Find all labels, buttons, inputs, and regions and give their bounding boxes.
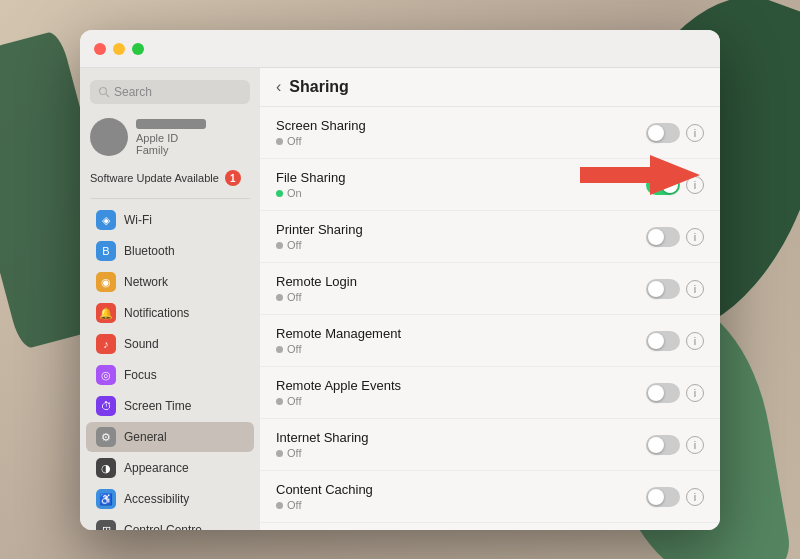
toggle-remote-management[interactable] — [646, 331, 680, 351]
sidebar: Search Apple ID Family Software Update A… — [80, 68, 260, 530]
general-icon: ⚙ — [96, 427, 116, 447]
software-update[interactable]: Software Update Available 1 — [80, 166, 260, 190]
sidebar-item-accessibility[interactable]: ♿Accessibility — [86, 484, 254, 514]
sidebar-item-appearance-label: Appearance — [124, 461, 189, 475]
sharing-row-title-remote-apple-events: Remote Apple Events — [276, 378, 646, 393]
sharing-row-info-remote-management: Remote ManagementOff — [276, 326, 646, 355]
bluetooth-icon: B — [96, 241, 116, 261]
sidebar-item-sound-label: Sound — [124, 337, 159, 351]
sharing-row-printer-sharing: Printer SharingOffi — [260, 211, 720, 263]
sharing-row-title-remote-management: Remote Management — [276, 326, 646, 341]
status-dot-remote-apple-events — [276, 398, 283, 405]
sidebar-item-wifi[interactable]: ◈Wi-Fi — [86, 205, 254, 235]
sharing-row-controls-content-caching: i — [646, 487, 704, 507]
sidebar-item-accessibility-label: Accessibility — [124, 492, 189, 506]
toggle-printer-sharing[interactable] — [646, 227, 680, 247]
toggle-knob-printer-sharing — [648, 229, 664, 245]
status-dot-file-sharing — [276, 190, 283, 197]
toggle-screen-sharing[interactable] — [646, 123, 680, 143]
sidebar-item-screentime[interactable]: ⏱Screen Time — [86, 391, 254, 421]
toggle-internet-sharing[interactable] — [646, 435, 680, 455]
maximize-button[interactable] — [132, 43, 144, 55]
sharing-row-status-internet-sharing: Off — [276, 447, 646, 459]
accessibility-icon: ♿ — [96, 489, 116, 509]
user-name-hidden — [136, 119, 206, 129]
sidebar-item-bluetooth[interactable]: BBluetooth — [86, 236, 254, 266]
status-dot-internet-sharing — [276, 450, 283, 457]
sidebar-item-sound[interactable]: ♪Sound — [86, 329, 254, 359]
sharing-row-remote-management: Remote ManagementOffi — [260, 315, 720, 367]
sidebar-item-general[interactable]: ⚙General — [86, 422, 254, 452]
sidebar-item-network[interactable]: ◉Network — [86, 267, 254, 297]
sharing-row-title-printer-sharing: Printer Sharing — [276, 222, 646, 237]
notifications-icon: 🔔 — [96, 303, 116, 323]
info-btn-internet-sharing[interactable]: i — [686, 436, 704, 454]
sharing-row-remote-login: Remote LoginOffi — [260, 263, 720, 315]
status-dot-remote-management — [276, 346, 283, 353]
sharing-row-screen-sharing: Screen SharingOffi — [260, 107, 720, 159]
sidebar-item-appearance[interactable]: ◑Appearance — [86, 453, 254, 483]
toggle-knob-remote-management — [648, 333, 664, 349]
info-btn-remote-apple-events[interactable]: i — [686, 384, 704, 402]
sharing-row-status-remote-login: Off — [276, 291, 646, 303]
sidebar-item-controlcentre[interactable]: ⊞Control Centre — [86, 515, 254, 530]
svg-marker-0 — [580, 155, 700, 195]
info-btn-content-caching[interactable]: i — [686, 488, 704, 506]
main-panel: ‹ Sharing Screen SharingOffiFile Sharing… — [260, 68, 720, 530]
sound-icon: ♪ — [96, 334, 116, 354]
sidebar-item-wifi-label: Wi-Fi — [124, 213, 152, 227]
sharing-row-info-internet-sharing: Internet SharingOff — [276, 430, 646, 459]
info-btn-screen-sharing[interactable]: i — [686, 124, 704, 142]
software-update-text: Software Update Available — [90, 172, 219, 184]
titlebar — [80, 30, 720, 68]
search-bar[interactable]: Search — [90, 80, 250, 104]
svg-point-1 — [100, 88, 107, 95]
sidebar-item-focus[interactable]: ◎Focus — [86, 360, 254, 390]
sharing-row-info-printer-sharing: Printer SharingOff — [276, 222, 646, 251]
toggle-knob-remote-apple-events — [648, 385, 664, 401]
sidebar-item-focus-label: Focus — [124, 368, 157, 382]
toggle-knob-internet-sharing — [648, 437, 664, 453]
family-label: Family — [136, 144, 206, 156]
sidebar-item-screentime-label: Screen Time — [124, 399, 191, 413]
status-text-screen-sharing: Off — [287, 135, 301, 147]
window-content: Search Apple ID Family Software Update A… — [80, 68, 720, 530]
toggle-remote-apple-events[interactable] — [646, 383, 680, 403]
toggle-content-caching[interactable] — [646, 487, 680, 507]
status-text-internet-sharing: Off — [287, 447, 301, 459]
user-section[interactable]: Apple ID Family — [80, 112, 260, 162]
sidebar-item-notifications-label: Notifications — [124, 306, 189, 320]
wifi-icon: ◈ — [96, 210, 116, 230]
info-btn-remote-login[interactable]: i — [686, 280, 704, 298]
back-button[interactable]: ‹ — [276, 78, 281, 96]
sharing-row-controls-remote-management: i — [646, 331, 704, 351]
toggle-knob-content-caching — [648, 489, 664, 505]
sharing-row-content-caching: Content CachingOffi — [260, 471, 720, 523]
apple-id-label: Apple ID — [136, 132, 206, 144]
search-placeholder: Search — [114, 85, 152, 99]
toggle-remote-login[interactable] — [646, 279, 680, 299]
panel-header: ‹ Sharing — [260, 68, 720, 107]
close-button[interactable] — [94, 43, 106, 55]
focus-icon: ◎ — [96, 365, 116, 385]
sidebar-divider-1 — [90, 198, 250, 199]
screentime-icon: ⏱ — [96, 396, 116, 416]
sidebar-item-general-label: General — [124, 430, 167, 444]
sharing-row-title-remote-login: Remote Login — [276, 274, 646, 289]
info-btn-printer-sharing[interactable]: i — [686, 228, 704, 246]
status-dot-screen-sharing — [276, 138, 283, 145]
sidebar-item-controlcentre-label: Control Centre — [124, 523, 202, 530]
sharing-row-controls-remote-login: i — [646, 279, 704, 299]
sharing-row-controls-screen-sharing: i — [646, 123, 704, 143]
sharing-row-info-remote-apple-events: Remote Apple EventsOff — [276, 378, 646, 407]
info-btn-remote-management[interactable]: i — [686, 332, 704, 350]
status-text-remote-apple-events: Off — [287, 395, 301, 407]
sharing-row-controls-printer-sharing: i — [646, 227, 704, 247]
traffic-lights — [94, 43, 144, 55]
sidebar-item-notifications[interactable]: 🔔Notifications — [86, 298, 254, 328]
sharing-row-status-remote-apple-events: Off — [276, 395, 646, 407]
minimize-button[interactable] — [113, 43, 125, 55]
sharing-row-status-content-caching: Off — [276, 499, 646, 511]
toggle-knob-remote-login — [648, 281, 664, 297]
panel-title: Sharing — [289, 78, 349, 96]
